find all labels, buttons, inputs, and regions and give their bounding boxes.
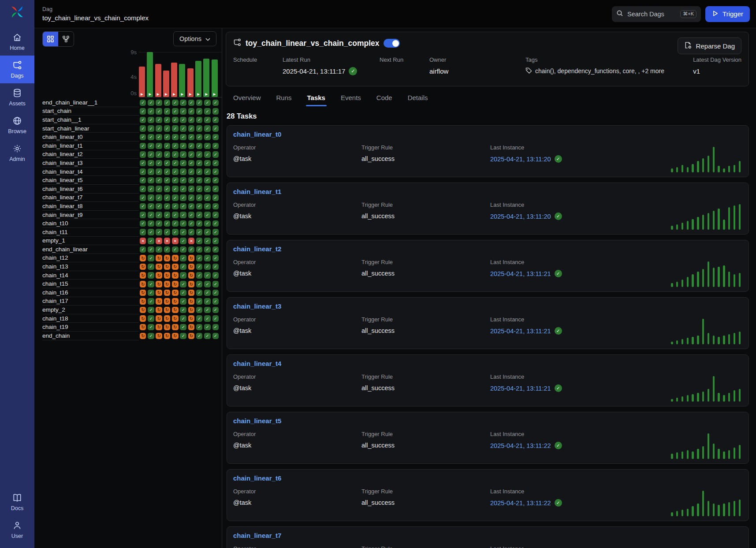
run-bar-failed[interactable]: ▶ [139, 67, 145, 97]
status-success-icon[interactable]: ✓ [180, 229, 186, 235]
tab-overview[interactable]: Overview [233, 94, 261, 106]
last-instance-link[interactable]: 2025-04-21, 13:11:20 [490, 156, 551, 163]
status-success-icon[interactable]: ✓ [204, 238, 211, 244]
status-success-icon[interactable]: ✓ [148, 212, 154, 218]
status-success-icon[interactable]: ✓ [180, 290, 186, 296]
status-success-icon[interactable]: ✓ [196, 125, 203, 132]
status-success-icon[interactable]: ✓ [172, 203, 179, 210]
status-success-icon[interactable]: ✓ [164, 108, 171, 115]
status-upstream-failed-icon[interactable]: ↻ [140, 333, 146, 339]
status-success-icon[interactable]: ✓ [180, 238, 186, 244]
status-success-icon[interactable]: ✓ [196, 194, 203, 201]
status-success-icon[interactable]: ✓ [148, 324, 154, 331]
status-success-icon[interactable]: ✓ [196, 298, 203, 305]
status-success-icon[interactable]: ✓ [148, 238, 154, 244]
status-success-icon[interactable]: ✓ [148, 255, 154, 261]
status-success-icon[interactable]: ✓ [148, 246, 154, 253]
status-success-icon[interactable]: ✓ [196, 134, 203, 141]
task-card-title-link[interactable]: chain_linear_t5 [233, 417, 281, 425]
status-success-icon[interactable]: ✓ [148, 315, 154, 322]
status-success-icon[interactable]: ✓ [172, 168, 179, 175]
status-success-icon[interactable]: ✓ [204, 290, 211, 296]
sidebar-item-assets[interactable]: Assets [0, 83, 34, 111]
status-success-icon[interactable]: ✓ [196, 246, 203, 253]
run-bar-failed[interactable]: ▶ [155, 64, 161, 97]
status-success-icon[interactable]: ✓ [180, 168, 186, 175]
status-success-icon[interactable]: ✓ [212, 333, 219, 339]
status-success-icon[interactable]: ✓ [196, 117, 203, 123]
run-bar-success[interactable]: ▶ [195, 61, 201, 97]
tab-runs[interactable]: Runs [276, 94, 292, 106]
status-success-icon[interactable]: ✓ [212, 194, 219, 201]
status-success-icon[interactable]: ✓ [180, 143, 186, 149]
status-success-icon[interactable]: ✓ [212, 160, 219, 167]
status-success-icon[interactable]: ✓ [188, 143, 195, 149]
status-success-icon[interactable]: ✓ [212, 125, 219, 132]
sidebar-item-docs[interactable]: Docs [0, 488, 34, 516]
status-success-icon[interactable]: ✓ [156, 151, 162, 158]
status-success-icon[interactable]: ✓ [140, 168, 146, 175]
status-success-icon[interactable]: ✓ [180, 324, 186, 331]
task-name-link[interactable]: chain_linear_t1 [42, 142, 139, 150]
status-success-icon[interactable]: ✓ [164, 160, 171, 167]
status-upstream-failed-icon[interactable]: ↻ [164, 333, 171, 339]
status-success-icon[interactable]: ✓ [172, 125, 179, 132]
status-success-icon[interactable]: ✓ [196, 307, 203, 313]
run-bar-failed[interactable]: ▶ [163, 71, 169, 97]
graph-view-button[interactable] [58, 32, 74, 46]
status-upstream-failed-icon[interactable]: ↻ [140, 315, 146, 322]
task-name-link[interactable]: chain_linear_t5 [42, 176, 139, 185]
status-success-icon[interactable]: ✓ [148, 186, 154, 192]
status-upstream-failed-icon[interactable]: ↻ [156, 264, 162, 270]
status-success-icon[interactable]: ✓ [172, 143, 179, 149]
status-success-icon[interactable]: ✓ [212, 168, 219, 175]
status-success-icon[interactable]: ✓ [164, 220, 171, 227]
status-success-icon[interactable]: ✓ [180, 100, 186, 106]
tab-details[interactable]: Details [408, 94, 428, 106]
status-success-icon[interactable]: ✓ [156, 229, 162, 235]
task-duration-sparkline[interactable] [671, 432, 741, 459]
status-success-icon[interactable]: ✓ [212, 272, 219, 279]
status-success-icon[interactable]: ✓ [180, 117, 186, 123]
status-success-icon[interactable]: ✓ [172, 194, 179, 201]
status-success-icon[interactable]: ✓ [196, 220, 203, 227]
last-instance-link[interactable]: 2025-04-21, 13:11:22 [490, 442, 551, 449]
tab-code[interactable]: Code [376, 94, 392, 106]
status-success-icon[interactable]: ✓ [148, 333, 154, 339]
status-upstream-failed-icon[interactable]: ↻ [140, 255, 146, 261]
task-card-title-link[interactable]: chain_linear_t2 [233, 245, 281, 253]
status-success-icon[interactable]: ✓ [196, 315, 203, 322]
status-upstream-failed-icon[interactable]: ↻ [156, 324, 162, 331]
status-success-icon[interactable]: ✓ [204, 186, 211, 192]
status-success-icon[interactable]: ✓ [172, 186, 179, 192]
status-success-icon[interactable]: ✓ [148, 264, 154, 270]
status-upstream-failed-icon[interactable]: ↻ [140, 324, 146, 331]
status-upstream-failed-icon[interactable]: ↻ [172, 264, 179, 270]
status-upstream-failed-icon[interactable]: ↻ [156, 255, 162, 261]
status-success-icon[interactable]: ✓ [172, 117, 179, 123]
status-success-icon[interactable]: ✓ [148, 134, 154, 141]
status-success-icon[interactable]: ✓ [188, 246, 195, 253]
status-upstream-failed-icon[interactable]: ↻ [188, 307, 195, 313]
status-upstream-failed-icon[interactable]: ↻ [188, 298, 195, 305]
status-success-icon[interactable]: ✓ [140, 177, 146, 184]
status-upstream-failed-icon[interactable]: ↻ [172, 307, 179, 313]
status-success-icon[interactable]: ✓ [196, 151, 203, 158]
status-success-icon[interactable]: ✓ [172, 160, 179, 167]
status-upstream-failed-icon[interactable]: ↻ [188, 255, 195, 261]
last-instance-link[interactable]: 2025-04-21, 13:11:22 [490, 500, 551, 507]
task-duration-sparkline[interactable] [671, 374, 741, 402]
status-success-icon[interactable]: ✓ [156, 194, 162, 201]
options-dropdown[interactable]: Options [173, 31, 216, 46]
reparse-dag-button[interactable]: Reparse Dag [678, 37, 741, 54]
status-success-icon[interactable]: ✓ [140, 134, 146, 141]
status-success-icon[interactable]: ✓ [212, 315, 219, 322]
status-upstream-failed-icon[interactable]: ↻ [156, 298, 162, 305]
status-success-icon[interactable]: ✓ [180, 186, 186, 192]
status-upstream-failed-icon[interactable]: ↻ [156, 281, 162, 287]
status-success-icon[interactable]: ✓ [164, 177, 171, 184]
status-upstream-failed-icon[interactable]: ↻ [164, 307, 171, 313]
status-success-icon[interactable]: ✓ [212, 255, 219, 261]
status-success-icon[interactable]: ✓ [188, 194, 195, 201]
task-card-title-link[interactable]: chain_linear_t4 [233, 360, 281, 367]
